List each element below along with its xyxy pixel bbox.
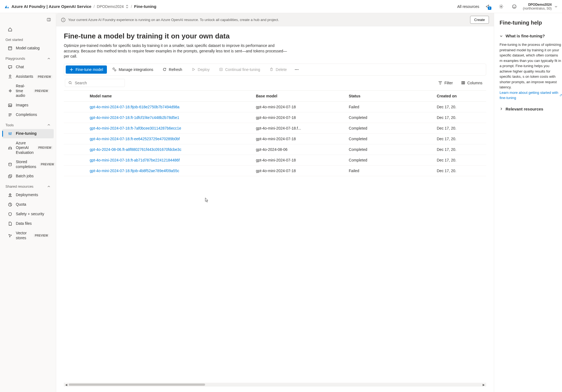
horizontal-scrollbar[interactable]: ◀ ▶ [64,383,486,387]
table-row[interactable]: gpt-4o-mini-2024-07-18.ft-1dfcf1f4e7c448… [64,112,486,123]
row-select-cell[interactable] [64,112,85,123]
search-box[interactable] [65,79,125,87]
filter-button[interactable]: Filter [435,79,456,87]
top-header: Azure AI Foundry | Azure OpenAI Service … [0,0,562,13]
sidebar-item-images[interactable]: Images [2,101,54,110]
model-name-link[interactable]: gpt-4o-mini-2024-07-18.ft-ee642523729e47… [90,137,247,141]
settings-button[interactable] [497,2,506,11]
model-name-link[interactable]: gpt-4o-mini-2024-07-18.ft-7af0bcee301142… [90,126,247,130]
model-name-link[interactable]: gpt-4o-mini-2024-07-18.ftjob-4b8f52ae789… [90,169,247,173]
select-all-column[interactable] [64,91,85,102]
breadcrumb-sep: / [131,4,132,9]
sidebar-item-batch-jobs[interactable]: Batch jobs [2,172,54,181]
models-table: Model name Base model Status Created on … [64,90,486,383]
breadcrumb-brand[interactable]: Azure AI Foundry | Azure OpenAI Service [11,4,91,9]
sidebar-item-vector-stores[interactable]: Vector stores PREVIEW [2,229,54,243]
sidebar-item-evaluation[interactable]: Azure OpenAI Evaluation PREVIEW [2,139,54,157]
columns-icon [461,81,465,85]
sidebar-section-playgrounds[interactable]: Playgrounds [0,53,56,62]
sidebar-item-completions[interactable]: Completions [2,110,54,119]
sidebar-item-model-catalog[interactable]: Model catalog [2,44,54,53]
create-project-button[interactable]: Create [470,16,489,24]
sidebar-collapse-button[interactable] [0,15,56,25]
help-body: Fine-tuning is the process of optimizing… [500,40,562,104]
sidebar-item-realtime-audio[interactable]: Real-time audio PREVIEW [2,82,54,100]
row-select-cell[interactable] [64,101,85,112]
refresh-icon [163,67,167,71]
search-icon [68,81,72,85]
sidebar-item-deployments[interactable]: Deployments [2,190,54,200]
chevron-up-icon [47,123,50,127]
col-status[interactable]: Status [344,91,432,102]
row-select-cell[interactable] [64,165,85,176]
deployments-icon [8,193,13,198]
sidebar-item-stored-completions[interactable]: Stored completions PREVIEW [2,157,54,171]
breadcrumb-sep: / [94,4,95,9]
row-select-cell[interactable] [64,155,85,165]
sidebar-item-home[interactable] [2,25,54,34]
base-model-cell: gpt-4o-2024-08-06 [251,144,344,155]
sidebar-section-get-started[interactable]: Get started [0,34,56,43]
gear-icon [499,4,504,9]
fine-tune-model-button[interactable]: Fine-tune model [66,65,107,74]
search-input[interactable] [75,81,121,85]
sidebar-section-tools[interactable]: Tools [0,120,56,129]
sidebar-section-shared[interactable]: Shared resources [0,181,56,190]
columns-button[interactable]: Columns [458,79,485,87]
svg-point-1 [512,5,516,8]
row-select-cell[interactable] [64,133,85,144]
scroll-left-icon[interactable]: ◀ [64,383,68,387]
row-select-cell[interactable] [64,123,85,133]
col-created-on[interactable]: Created on [432,91,486,102]
svg-point-26 [296,69,297,70]
accordion-relevant-resources[interactable]: Relevant resources [500,104,562,113]
sidebar-item-chat[interactable]: Chat [2,62,54,72]
status-cell: Completed [344,123,432,133]
sidebar-item-assistants[interactable]: Assistants PREVIEW [2,72,54,81]
table-row[interactable]: gpt-4o-mini-2024-07-18.ftjob-618e2750b7b… [64,101,486,112]
announcements-button[interactable]: 7 [484,2,492,11]
table-row[interactable]: gpt-4o-mini-2024-07-18.ftjob-4b8f52ae789… [64,165,486,176]
preview-badge: PREVIEW [37,146,53,149]
nav-label: Vector stores [16,231,30,240]
col-base-model[interactable]: Base model [251,91,344,102]
preview-badge: PREVIEW [34,89,49,93]
sidebar-item-safety[interactable]: Safety + security [2,210,54,219]
table-row[interactable]: gpt-4o-mini-2024-07-18.ft-7af0bcee301142… [64,123,486,133]
svg-point-0 [500,6,502,7]
nav-label: Stored completions [16,160,36,169]
model-name-link[interactable]: gpt-4o-mini-2024-07-18.ft-1dfcf1f4e7c448… [90,115,247,120]
table-row[interactable]: gpt-4o-2024-08-06.ft-a8f8802761f443c0916… [64,144,486,155]
scroll-right-icon[interactable]: ▶ [482,383,486,387]
created-on-cell: Dec 17, 20. [432,101,486,112]
all-resources-link[interactable]: All resources [457,4,479,9]
model-name-link[interactable]: gpt-4o-mini-2024-07-18.ftjob-618e2750b7b… [90,105,247,109]
external-link-icon [560,94,562,97]
model-name-link[interactable]: gpt-4o-mini-2024-07-18.ft-ab71d787be2241… [90,158,247,162]
feedback-button[interactable] [510,2,519,11]
sidebar-item-quota[interactable]: Quota [2,200,54,209]
col-model-name[interactable]: Model name [85,91,252,102]
table-row[interactable]: gpt-4o-mini-2024-07-18.ft-ee642523729e47… [64,133,486,144]
page-title: Fine-tune a model by training it on your… [64,32,486,40]
sidebar-item-data-files[interactable]: Data files [2,219,54,228]
base-model-cell: gpt-4o-mini-2024-07-18 [251,165,344,176]
svg-rect-15 [8,175,11,178]
table-row[interactable]: gpt-4o-mini-2024-07-18.ft-ab71d787be2241… [64,155,486,165]
accordion-what-is[interactable]: What is fine-tuning? [500,31,562,40]
resource-selector[interactable]: DPODemo2024 (northcentralus, S0) [523,3,558,10]
more-actions-button[interactable] [292,65,301,74]
svg-rect-31 [463,82,464,84]
breadcrumb-project[interactable]: DPODemo2024 [97,4,129,9]
created-on-cell: Dec 17, 20. [432,144,486,155]
info-banner: Your current Azure AI Foundry experience… [56,13,494,26]
sidebar-item-fine-tuning[interactable]: Fine-tuning [2,129,54,138]
nav-label: Completions [16,112,49,117]
row-select-cell[interactable] [64,144,85,155]
model-name-link[interactable]: gpt-4o-2024-08-06.ft-a8f8802761f443c0916… [90,147,247,152]
refresh-button[interactable]: Refresh [159,65,186,74]
learn-more-link[interactable]: Learn more about getting started with fi… [500,90,562,101]
scrollbar-thumb[interactable] [69,384,205,386]
manage-integrations-button[interactable]: Manage integrations [109,65,157,74]
svg-rect-32 [464,82,465,84]
